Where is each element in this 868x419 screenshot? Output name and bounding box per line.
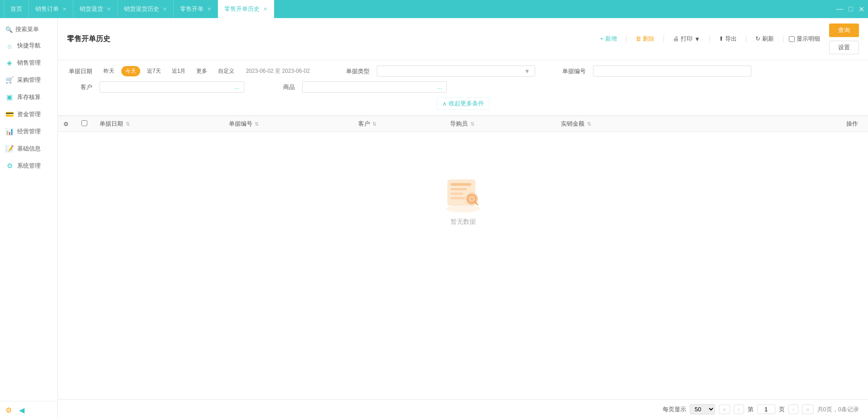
close-btn[interactable]: ✕ <box>859 5 864 14</box>
tab-retail-open-close[interactable]: ✕ <box>207 6 211 12</box>
th-customer-sort-icon[interactable]: ⇅ <box>372 121 376 127</box>
sidebar-item-sales-mgmt[interactable]: ◈ 销售管理 <box>0 54 57 71</box>
sidebar-item-operations[interactable]: 📊 经营管理 <box>0 123 57 140</box>
sidebar-bottom: ⚙ ◀ <box>0 401 57 419</box>
add-button[interactable]: + 新增 <box>596 33 620 45</box>
sidebar-item-system-mgmt[interactable]: ⚙ 系统管理 <box>0 157 57 174</box>
export-button[interactable]: ⬆ 导出 <box>715 33 741 45</box>
bill-type-select[interactable]: ▼ <box>377 66 535 77</box>
customer-select[interactable]: ... <box>100 81 244 93</box>
tab-sales-return[interactable]: 销货退货 ✕ <box>73 0 118 18</box>
next-page-btn[interactable]: › <box>788 405 798 414</box>
select-all-checkbox[interactable] <box>81 120 87 126</box>
th-amount-sort-icon[interactable]: ⇅ <box>587 121 591 127</box>
th-customer-label: 客户 <box>358 120 370 127</box>
table-wrapper: ⚙ 单据日期 ⇅ 单据编号 ⇅ <box>58 116 868 399</box>
sidebar-item-sales-mgmt-label: 销售管理 <box>17 59 41 67</box>
bill-no-input[interactable] <box>593 66 751 77</box>
delete-button[interactable]: 🗑 删除 <box>632 33 659 45</box>
empty-text: 暂无数据 <box>451 218 476 226</box>
page-total: 共0页，0条记录 <box>817 405 859 414</box>
page-number-input[interactable] <box>757 405 775 414</box>
page-size-label: 每页显示 <box>663 405 686 414</box>
date-btn-yesterday[interactable]: 昨天 <box>100 66 119 76</box>
column-settings-icon[interactable]: ⚙ <box>63 121 69 127</box>
page-header-top: 零售开单历史 + 新增 🗑 删除 🖨 打印 ▼ ⬆ 导出 ↻ 刷新 <box>67 24 859 54</box>
th-bill-no-sort-icon[interactable]: ⇅ <box>255 121 259 127</box>
date-btn-last-month[interactable]: 近1月 <box>168 66 190 76</box>
svg-rect-3 <box>451 188 467 190</box>
page-label-pre: 第 <box>748 405 754 414</box>
sidebar-item-finance-label: 资金管理 <box>17 110 41 118</box>
product-ellipsis-btn[interactable]: ... <box>437 84 442 90</box>
tab-retail-open-history-close[interactable]: ✕ <box>263 6 267 12</box>
print-label: 🖨 打印 <box>673 35 693 43</box>
empty-illustration <box>438 168 488 218</box>
sidebar-item-basic-info[interactable]: 📝 基础信息 <box>0 140 57 157</box>
tab-home[interactable]: 首页 <box>4 0 29 18</box>
print-button[interactable]: 🖨 打印 ▼ <box>669 33 704 45</box>
th-date-sort-icon[interactable]: ⇅ <box>126 121 130 127</box>
system-icon: ⚙ <box>5 162 14 170</box>
purchase-icon: 🛒 <box>5 76 14 84</box>
date-btn-today[interactable]: 今天 <box>121 66 140 76</box>
last-page-btn[interactable]: » <box>802 405 813 414</box>
sidebar-settings-icon[interactable]: ⚙ <box>5 406 12 414</box>
print-arrow-icon: ▼ <box>694 36 700 42</box>
query-button[interactable]: 查询 <box>829 24 859 37</box>
sidebar-item-system-mgmt-label: 系统管理 <box>17 162 41 170</box>
sidebar-item-quick-nav[interactable]: ⌂ 快捷导航 <box>0 37 57 54</box>
tab-sales-order[interactable]: 销售订单 ✕ <box>29 0 73 18</box>
bill-type-arrow-icon: ▼ <box>524 68 530 75</box>
sep3 <box>709 35 710 42</box>
customer-ellipsis-btn[interactable]: ... <box>234 84 239 90</box>
first-page-btn[interactable]: « <box>719 405 730 414</box>
sidebar-item-purchase-mgmt-label: 采购管理 <box>17 76 41 84</box>
product-select[interactable]: ... <box>302 81 447 93</box>
setting-button[interactable]: 设置 <box>829 41 859 54</box>
tab-sales-return-label: 销货退货 <box>80 5 103 13</box>
prev-page-btn[interactable]: ‹ <box>734 405 744 414</box>
minimize-btn[interactable]: — <box>836 5 843 13</box>
table-head: ⚙ 单据日期 ⇅ 单据编号 ⇅ <box>58 116 868 132</box>
date-btn-more[interactable]: 更多 <box>192 66 211 76</box>
th-action-label: 操作 <box>846 120 858 127</box>
tab-retail-open[interactable]: 零售开单 ✕ <box>174 0 218 18</box>
page-label: 页 <box>779 405 785 414</box>
date-btn-last7[interactable]: 近7天 <box>143 66 165 76</box>
tab-home-label: 首页 <box>10 5 22 13</box>
sidebar-item-inventory[interactable]: ▣ 库存核算 <box>0 89 57 106</box>
search-icon: 🔍 <box>5 26 13 33</box>
tab-sales-return-history[interactable]: 销货退货历史 ✕ <box>118 0 174 18</box>
th-amount-label: 实销金额 <box>561 120 584 127</box>
sidebar-search[interactable]: 🔍 搜索菜单 <box>0 22 57 37</box>
collapse-label: 收起更多条件 <box>449 99 484 108</box>
th-guide-label: 导购员 <box>450 120 468 127</box>
th-settings: ⚙ <box>58 116 76 132</box>
tab-sales-return-history-close[interactable]: ✕ <box>163 6 167 12</box>
tab-retail-open-history-label: 零售开单历史 <box>224 5 260 13</box>
filter-row-1: 单据日期 昨天 今天 近7天 近1月 更多 自定义 2023-06-02 至 2… <box>67 66 859 77</box>
tab-sales-return-close[interactable]: ✕ <box>107 6 111 12</box>
tab-sales-order-close[interactable]: ✕ <box>62 6 66 12</box>
th-checkbox <box>76 116 94 132</box>
tab-retail-open-history[interactable]: 零售开单历史 ✕ <box>218 0 274 18</box>
th-guide-sort-icon[interactable]: ⇅ <box>470 121 474 127</box>
display-detail-checkbox[interactable] <box>789 36 795 42</box>
sidebar-collapse-icon[interactable]: ◀ <box>19 406 24 414</box>
refresh-button[interactable]: ↻ 刷新 <box>752 33 778 45</box>
collapse-button[interactable]: ∧ 收起更多条件 <box>436 97 490 110</box>
th-amount: 实销金额 ⇅ <box>555 116 841 132</box>
date-btn-custom[interactable]: 自定义 <box>214 66 238 76</box>
collapse-up-icon: ∧ <box>442 100 447 107</box>
th-guide: 导购员 ⇅ <box>445 116 555 132</box>
th-date: 单据日期 ⇅ <box>94 116 223 132</box>
page-size-select[interactable]: 50 10 20 100 <box>690 404 715 414</box>
sidebar-item-purchase-mgmt[interactable]: 🛒 采购管理 <box>0 71 57 89</box>
sep2 <box>664 35 664 42</box>
display-detail-toggle[interactable]: 显示明细 <box>789 35 820 43</box>
bill-no-label: 单据编号 <box>560 67 586 75</box>
th-bill-no: 单据编号 ⇅ <box>223 116 353 132</box>
maximize-btn[interactable]: □ <box>849 5 853 13</box>
sidebar-item-finance[interactable]: 💳 资金管理 <box>0 106 57 123</box>
